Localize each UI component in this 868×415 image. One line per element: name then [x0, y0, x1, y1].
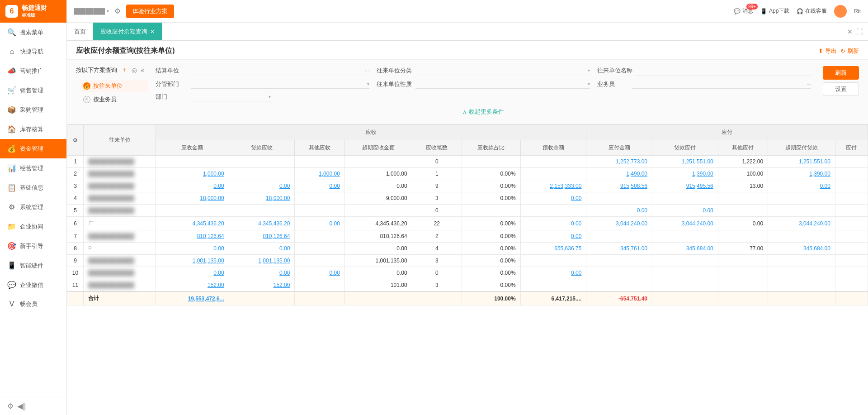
filter-row-3: 部门 ▾ [156, 92, 811, 101]
sidebar-item-basic-info[interactable]: 📋 基础信息 [0, 178, 66, 197]
partner-cell: ████████████ [84, 230, 156, 243]
search-icon: 🔍 [7, 28, 16, 37]
sidebar-item-finance[interactable]: 💰 资金管理 [0, 139, 66, 158]
th-ap-amount: 应付金额 [586, 140, 652, 156]
dept-input[interactable] [191, 81, 365, 87]
partner-cell: ████████████ [84, 156, 156, 168]
messages-button[interactable]: 💬 消息 99+ [734, 7, 753, 15]
query-button[interactable]: 刷新 [823, 66, 859, 80]
scheme-partner-icon: 💰 [83, 82, 90, 90]
table-row: 2████████████1,000.001,000.001,000.0010.… [67, 168, 868, 180]
solution-button[interactable]: 体验行业方案 [126, 5, 174, 18]
header-right: 💬 消息 99+ 📱 App下载 🎧 在线客服 Rit [734, 5, 861, 18]
main-content: 应收应付余额查询(按往来单位) ⬆ 导出 ↻ 刷新 按以下方案查询 [67, 41, 868, 415]
tab-fullscreen-icon[interactable]: ⛶ [856, 28, 863, 35]
app-logo: 6 畅捷通财 标准版 [0, 0, 66, 23]
filter-row-1: 结算单位 ··· 往来单位分类 ▾ [156, 65, 811, 76]
th-ar-other: 其他应收 [295, 140, 344, 156]
sidebar-item-quicknav[interactable]: ⌂ 快捷导航 [0, 42, 66, 61]
guide-icon: 🎯 [7, 242, 16, 250]
logo-icon: 6 [5, 5, 18, 18]
online-service-button[interactable]: 🎧 在线客服 [797, 7, 827, 15]
partner-cell: ████████████ [84, 279, 156, 292]
header-gear-icon[interactable]: ⚙ [114, 7, 121, 15]
app-download-button[interactable]: 📱 App下载 [760, 7, 789, 15]
sidebar-item-inventory[interactable]: 🏠 库存核算 [0, 119, 66, 139]
message-icon: 💬 [734, 8, 741, 14]
avatar[interactable] [834, 5, 847, 18]
filter-collapse-button[interactable]: ∧ 收起更多条件 [462, 108, 504, 116]
export-button[interactable]: ⬆ 导出 [818, 47, 837, 55]
tab-bar: 首页 应收应付余额查询 ✕ ✕ ⛶ [67, 23, 868, 41]
th-partner: 往来单位 [84, 125, 156, 156]
sidebar-item-purchase[interactable]: 📦 采购管理 [0, 100, 66, 119]
tab-close-all-icon[interactable]: ✕ [847, 28, 853, 35]
partner-category-input[interactable] [415, 67, 586, 74]
table-row: 10████████████0.000.000.000.0000.00%0.00 [67, 267, 868, 279]
scheme-by-partner[interactable]: 💰 按往来单位 [80, 80, 148, 92]
partner-cell: ████████████ [84, 192, 156, 205]
sidebar-item-guide[interactable]: 🎯 新手引导 [0, 236, 66, 256]
sidebar-item-sales[interactable]: 🛒 销售管理 [0, 81, 66, 100]
filter-group-settlement: 结算单位 ··· [156, 66, 369, 75]
sidebar-item-search[interactable]: 🔍 搜索菜单 [0, 23, 66, 42]
filter-collapse-row: ∧ 收起更多条件 [156, 105, 811, 119]
refresh-button[interactable]: ↻ 刷新 [840, 47, 859, 55]
logo-text: 畅捷通财 标准版 [22, 4, 47, 19]
settlement-dots-icon[interactable]: ··· [365, 67, 369, 74]
salesman-input[interactable] [632, 81, 805, 87]
sidebar-item-hardware[interactable]: 📱 智能硬件 [0, 256, 66, 275]
sidebar-item-member[interactable]: V 畅会员 [0, 295, 66, 314]
table-row: 1████████████01,252,773.001,251,551.001,… [67, 156, 868, 168]
subdept-input[interactable] [191, 93, 267, 100]
purchase-icon: 📦 [7, 105, 16, 114]
data-table-container: ⚙ 往来单位 应收 应付 应收金额 贷款应收 其他应收 超期应收金额 应收笔数 … [67, 124, 868, 415]
tab-ar-query[interactable]: 应收应付余额查询 ✕ [93, 23, 162, 40]
th-ar-count: 应收笔数 [412, 140, 462, 156]
filter-arrow-button[interactable]: « [141, 67, 144, 74]
partner-category-chevron-icon[interactable]: ▾ [588, 68, 590, 73]
data-table: ⚙ 往来单位 应收 应付 应收金额 贷款应收 其他应收 超期应收金额 应收笔数 … [67, 124, 868, 305]
collapse-sidebar-icon[interactable]: ◀‖ [17, 402, 26, 410]
sidebar-item-wechat[interactable]: 💬 企业微信 [0, 275, 66, 295]
settlement-unit-input[interactable] [191, 67, 363, 74]
system-icon: ⚙ [7, 203, 16, 211]
partner-name-input[interactable] [636, 65, 811, 76]
dept-chevron-icon[interactable]: ▾ [367, 81, 369, 86]
sidebar-item-management[interactable]: 📊 经营管理 [0, 158, 66, 178]
th-ap-loan: 贷款应付 [652, 140, 718, 156]
tab-close-icon[interactable]: ✕ [150, 29, 155, 35]
sidebar-item-system[interactable]: ⚙ 系统管理 [0, 197, 66, 217]
username-label[interactable]: Rit [854, 8, 861, 14]
sidebar-item-collab[interactable]: 📁 企业协同 [0, 217, 66, 236]
member-icon: V [7, 300, 16, 308]
filter-add-button[interactable]: ＋ [121, 65, 128, 75]
filter-label: 按以下方案查询 [76, 66, 117, 74]
subdept-chevron-icon[interactable]: ▾ [269, 94, 271, 99]
footer-ar-total[interactable]: 19,553,472,6... [156, 291, 229, 305]
filter-group-dept: 分管部门 ▾ [156, 80, 369, 89]
sidebar-item-marketing[interactable]: 📣 营销推广 [0, 61, 66, 81]
partner-nature-chevron-icon[interactable]: ▾ [588, 81, 590, 86]
salesman-dots-icon[interactable]: ··· [807, 81, 811, 87]
scheme-salesman-icon: ⏱ [83, 96, 90, 103]
settings-footer-icon[interactable]: ⚙ [7, 402, 14, 410]
scheme-buttons: 💰 按往来单位 ⏱ 按业务员 [76, 80, 148, 105]
partner-cell: ████████████ [84, 168, 156, 180]
export-icon: ⬆ [818, 48, 823, 54]
page-title: 应收应付余额查询(按往来单位) [76, 46, 175, 56]
home-icon: ⌂ [7, 48, 16, 56]
scheme-by-salesman[interactable]: ⏱ 按业务员 [80, 94, 148, 105]
tabbar-right: ✕ ⛶ [842, 23, 868, 40]
filter-settings-button[interactable]: ◎ [132, 67, 137, 74]
partner-nature-input[interactable] [415, 81, 586, 87]
table-row: 9████████████1,001,135.001,001,135.001,0… [67, 255, 868, 267]
refresh-icon: ↻ [840, 48, 845, 54]
tab-home[interactable]: 首页 [67, 23, 93, 40]
settings-button[interactable]: 设置 [823, 82, 859, 96]
table-row: 5████████████00.000.00 [67, 205, 868, 217]
table-settings-header[interactable]: ⚙ [67, 125, 84, 156]
management-icon: 📊 [7, 164, 16, 172]
th-ar-prepay: 预收余额 [520, 140, 586, 156]
filter-area: 按以下方案查询 ＋ ◎ « 💰 按往来单位 ⏱ 按业务员 [67, 60, 868, 124]
